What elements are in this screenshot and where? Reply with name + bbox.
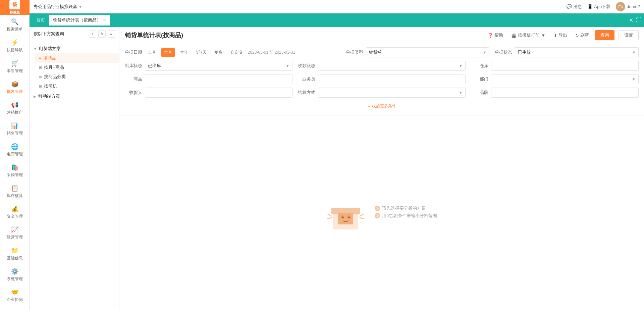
scheme-icon: ⊞ — [39, 65, 42, 70]
sidebar-item-label: 库存核算 — [7, 193, 23, 199]
date-btn-last-7-days[interactable]: 近7天 — [193, 48, 210, 57]
scheme-by-month-product[interactable]: ⊞ 按月+商品 — [35, 63, 119, 72]
payment-status-select[interactable]: ▼ — [318, 61, 466, 71]
filter-salesperson: 业务员 ··· — [298, 74, 466, 84]
salesperson-select[interactable]: ··· — [318, 74, 466, 84]
app-logo[interactable]: 畅 标准版 — [0, 0, 30, 15]
date-filter-label: 单据日期 — [125, 49, 142, 55]
recipient-label: 收货人 — [125, 90, 142, 96]
finance-icon: 💰 — [11, 205, 18, 213]
doc-type-select[interactable]: 销货单 ▼ — [366, 47, 490, 57]
doc-type-arrow-icon: ▼ — [483, 50, 487, 54]
mobile-scheme-parent[interactable]: ▶ 移动端方案 — [30, 92, 119, 101]
export-button[interactable]: ⬇ 导出 — [551, 31, 569, 40]
warehouse-label: 仓库 — [471, 63, 488, 69]
salesperson-label: 业务员 — [298, 76, 315, 82]
sidebar-item-quick[interactable]: ⚡ 快捷导航 — [0, 36, 30, 56]
workspace-dropdown-icon[interactable]: ▼ — [78, 5, 82, 9]
out-status-select[interactable]: 已出库 ▼ — [145, 61, 292, 71]
add-scheme-button[interactable]: + — [89, 30, 96, 38]
recipient-select[interactable]: ··· — [145, 88, 292, 98]
export-icon: ⬇ — [553, 33, 557, 38]
sidebar-item-label: 零售管理 — [7, 68, 23, 74]
scheme-by-cashier[interactable]: ⊞ 按司机 — [35, 82, 119, 91]
empty-hint-1: ① 请先选择要分析的方案 — [375, 205, 437, 211]
filter-product: 商品 ··· — [125, 74, 292, 84]
scheme-icon: ⊞ — [39, 84, 42, 89]
payment-status-label: 收款状态 — [298, 63, 315, 69]
scheme-label: 按商品 — [43, 55, 56, 61]
filter-row-4: 收货人 ··· 结算方式 ▼ 品牌 — [125, 88, 639, 98]
message-button[interactable]: 💬 消息 — [567, 4, 582, 10]
filter-doc-status: 单据状态 已生效 ▼ — [495, 47, 639, 57]
collapse-panel-button[interactable]: « — [108, 30, 115, 38]
sidebar-item-system[interactable]: ⚙️ 系统管理 — [0, 264, 30, 285]
tab-controls: ✕ ⛶ — [629, 17, 641, 23]
doc-status-value: 已生效 — [518, 49, 631, 55]
payment-method-label: 结算方式 — [298, 90, 315, 96]
download-icon: 📱 — [587, 4, 593, 9]
warehouse-select[interactable]: ··· — [491, 61, 639, 71]
sidebar-item-guide[interactable]: 🎯 新手引导 — [0, 306, 30, 310]
tab-maximize-button[interactable]: ⛶ — [636, 17, 641, 23]
empty-svg — [326, 193, 367, 233]
date-btn-this-month[interactable]: 本月 — [161, 48, 175, 57]
filter-recipient: 收货人 ··· — [125, 88, 292, 98]
sidebar-item-wholesale[interactable]: 📦 批发管理 — [0, 77, 30, 98]
ecom-icon: 🌐 — [11, 143, 18, 150]
date-btn-custom[interactable]: 自定义 — [228, 48, 246, 57]
sidebar-item-operation[interactable]: 📈 经营管理 — [0, 223, 30, 244]
sidebar-item-sales[interactable]: 📊 销售管理 — [0, 119, 30, 140]
sidebar-item-purchase[interactable]: 🛍️ 采购管理 — [0, 160, 30, 181]
sidebar-item-basic[interactable]: 📁 基础信息 — [0, 244, 30, 264]
sidebar-item-finance[interactable]: 💰 资金管理 — [0, 202, 30, 223]
brand-more-icon: ··· — [633, 91, 636, 95]
payment-method-arrow-icon: ▼ — [459, 91, 463, 95]
sidebar-item-label: 采购管理 — [7, 172, 23, 178]
edit-scheme-button[interactable]: ✎ — [98, 30, 106, 38]
sidebar-item-label: 快捷导航 — [7, 47, 23, 53]
query-button[interactable]: 查询 — [595, 30, 614, 40]
filter-payment-status: 收款状态 ▼ — [298, 61, 466, 71]
sidebar-item-retail[interactable]: 🛒 零售管理 — [0, 56, 30, 77]
date-btn-more[interactable]: 更多 — [212, 48, 226, 57]
sidebar-item-marketing[interactable]: 📢 营销推广 — [0, 98, 30, 119]
settings-button[interactable]: 设置 — [619, 30, 639, 40]
refresh-button[interactable]: ↻ 刷新 — [573, 31, 591, 40]
inventory-icon: 📋 — [11, 185, 18, 192]
sales-icon: 📊 — [11, 122, 18, 130]
help-button[interactable]: ❓ 帮助 — [486, 31, 505, 40]
mobile-scheme-group: ▶ 移动端方案 — [30, 92, 119, 101]
sidebar-item-inventory[interactable]: 📋 库存核算 — [0, 181, 30, 202]
out-status-label: 出库状态 — [125, 63, 142, 69]
app-download-button[interactable]: 📱 App下载 — [587, 4, 610, 10]
doc-status-select[interactable]: 已生效 ▼ — [515, 47, 639, 57]
workspace-title: 办公用品行业模拟账套 ▼ — [34, 4, 82, 10]
tab-close-window-button[interactable]: ✕ — [629, 17, 633, 23]
scheme-tree: ▼ 电脑端方案 ● 按商品 ⊞ 按月+商品 ⊞ — [30, 41, 119, 310]
sidebar-item-coop[interactable]: 🤝 企业协同 — [0, 285, 30, 306]
sidebar-item-ecom[interactable]: 🌐 电商管理 — [0, 140, 30, 160]
payment-method-select[interactable]: ▼ — [318, 88, 466, 98]
print-button[interactable]: 🖨️ 按模板打印 ▼ — [509, 31, 547, 40]
date-btn-last-month[interactable]: 上月 — [145, 48, 159, 57]
page-header: 销货单统计表(按商品) ❓ 帮助 🖨️ 按模板打印 ▼ ⬇ 导出 — [119, 27, 644, 43]
doc-status-label: 单据状态 — [495, 49, 512, 55]
scheme-by-product-category[interactable]: ⊞ 按商品分类 — [35, 72, 119, 82]
sidebar-item-search[interactable]: 🔍 搜索菜单 — [0, 15, 30, 36]
operation-icon: 📈 — [11, 226, 18, 234]
product-select[interactable]: ··· — [145, 74, 292, 84]
print-dropdown-icon[interactable]: ▼ — [541, 33, 545, 38]
help-icon: ❓ — [488, 33, 493, 38]
tab-report[interactable]: 销货单统计表（按商品） ✕ — [49, 15, 110, 25]
user-menu[interactable]: Ea demo2 — [616, 2, 640, 11]
date-btn-this-year[interactable]: 本年 — [177, 48, 191, 57]
tab-close-icon[interactable]: ✕ — [103, 18, 106, 22]
out-status-value: 已出库 — [148, 63, 284, 69]
department-select[interactable]: ▼ — [491, 74, 639, 84]
scheme-by-product[interactable]: ● 按商品 — [35, 53, 119, 63]
tab-home[interactable]: 首页 — [32, 15, 49, 25]
pc-scheme-parent[interactable]: ▼ 电脑端方案 — [30, 44, 119, 53]
collapse-filter-button[interactable]: ∧ 收起更多条件 — [125, 101, 639, 111]
brand-select[interactable]: ··· — [491, 88, 639, 98]
